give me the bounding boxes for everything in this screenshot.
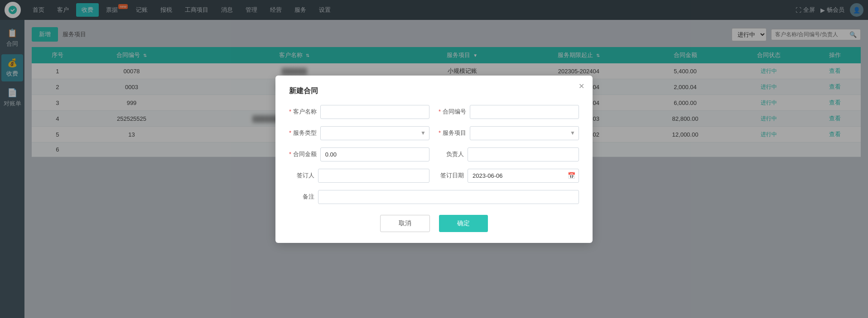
sign-date-input[interactable] bbox=[468, 169, 579, 183]
form-row-1: 客户名称 合同编号 bbox=[289, 105, 579, 119]
sign-date-label: 签订日期 bbox=[439, 171, 464, 180]
field-customer-name: 客户名称 bbox=[289, 105, 429, 119]
field-amount: 合同金额 bbox=[289, 147, 429, 161]
contract-no-label: 合同编号 bbox=[439, 108, 466, 116]
field-remark: 备注 bbox=[289, 190, 579, 204]
dialog-footer: 取消 确定 bbox=[289, 215, 579, 232]
signer-input[interactable] bbox=[318, 169, 429, 183]
service-type-select[interactable] bbox=[320, 126, 429, 140]
form-row-3: 合同金额 负责人 bbox=[289, 147, 579, 161]
customer-name-label: 客户名称 bbox=[289, 108, 317, 116]
field-responsible: 负责人 bbox=[439, 147, 579, 161]
new-contract-dialog: 新建合同 ✕ 客户名称 合同编号 服务类型 ▼ bbox=[275, 76, 593, 243]
service-item-select-wrap: ▼ bbox=[470, 126, 579, 140]
remark-input[interactable] bbox=[318, 190, 579, 204]
sign-date-wrap: 📅 bbox=[468, 169, 579, 183]
form-row-5: 备注 bbox=[289, 190, 579, 204]
contract-no-input[interactable] bbox=[470, 105, 579, 119]
service-type-label: 服务类型 bbox=[289, 129, 317, 137]
amount-input[interactable] bbox=[320, 147, 429, 161]
field-signer: 签订人 bbox=[289, 169, 429, 183]
field-contract-no: 合同编号 bbox=[439, 105, 579, 119]
amount-label: 合同金额 bbox=[289, 150, 317, 158]
customer-name-input[interactable] bbox=[320, 105, 429, 119]
form-row-2: 服务类型 ▼ 服务项目 ▼ bbox=[289, 126, 579, 140]
responsible-label: 负责人 bbox=[439, 150, 464, 158]
field-service-type: 服务类型 ▼ bbox=[289, 126, 429, 140]
remark-label: 备注 bbox=[289, 193, 314, 201]
service-type-select-wrap: ▼ bbox=[320, 126, 429, 140]
dialog-overlay[interactable]: 新建合同 ✕ 客户名称 合同编号 服务类型 ▼ bbox=[0, 0, 868, 318]
field-sign-date: 签订日期 📅 bbox=[439, 169, 579, 183]
form-row-4: 签订人 签订日期 📅 bbox=[289, 169, 579, 183]
cancel-button[interactable]: 取消 bbox=[380, 215, 430, 232]
signer-label: 签订人 bbox=[289, 171, 314, 180]
service-item-select[interactable] bbox=[470, 126, 579, 140]
service-item-label: 服务项目 bbox=[439, 129, 466, 137]
confirm-button[interactable]: 确定 bbox=[439, 215, 488, 232]
field-service-item: 服务项目 ▼ bbox=[439, 126, 579, 140]
responsible-input[interactable] bbox=[468, 147, 579, 161]
close-icon[interactable]: ✕ bbox=[579, 83, 584, 90]
dialog-title: 新建合同 bbox=[289, 86, 579, 96]
